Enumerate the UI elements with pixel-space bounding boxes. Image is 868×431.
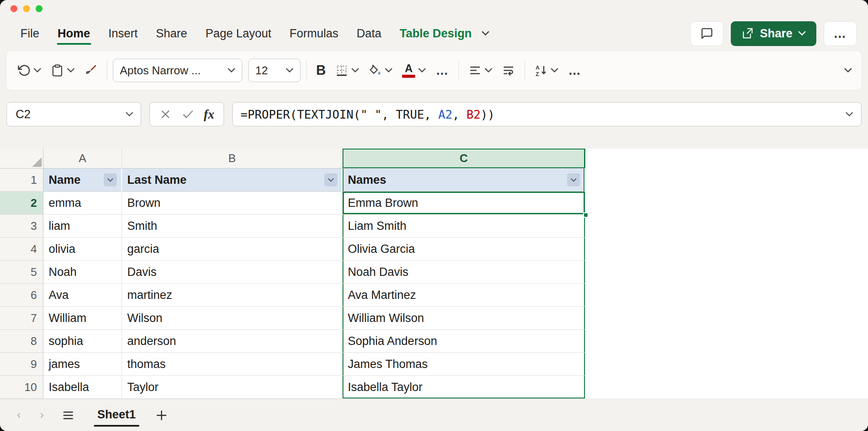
expand-formula-bar-chevron-icon[interactable] (845, 112, 853, 117)
tab-table-design[interactable]: Table Design (390, 22, 481, 46)
fill-color-button[interactable] (365, 60, 396, 80)
cancel-entry-icon[interactable] (159, 108, 172, 121)
active-cell-value: Emma Brown (348, 196, 418, 210)
filter-button[interactable] (104, 173, 117, 186)
tab-insert[interactable]: Insert (99, 22, 147, 46)
cell-b3[interactable]: Smith (122, 215, 343, 238)
share-button[interactable]: Share (731, 21, 816, 46)
tab-formulas[interactable]: Formulas (281, 22, 348, 46)
toolbar-separator (107, 60, 107, 81)
cell-b6[interactable]: martinez (122, 284, 343, 307)
cell-a7[interactable]: William (43, 307, 122, 330)
cell-b2[interactable]: Brown (122, 192, 343, 215)
add-sheet-icon[interactable] (155, 409, 168, 422)
chevron-down-icon (67, 68, 75, 73)
formula-input[interactable]: =PROPER(TEXTJOIN(" ", TRUE, A2, B2)) (232, 102, 861, 126)
column-header-a[interactable]: A (43, 149, 122, 169)
cell-c10[interactable]: Isabella Taylor (343, 376, 585, 399)
svg-text:Z: Z (536, 71, 539, 77)
cell-c5[interactable]: Noah Davis (343, 261, 585, 284)
cell-a4[interactable]: olivia (43, 238, 122, 261)
font-name-select[interactable]: Aptos Narrow ... (113, 59, 242, 82)
chevron-down-icon (551, 68, 558, 73)
sheet-tab-sheet1[interactable]: Sheet1 (94, 404, 139, 427)
bold-button[interactable]: B (312, 59, 330, 82)
font-color-button[interactable]: A (398, 60, 430, 81)
cell-a2[interactable]: emma (43, 192, 122, 215)
undo-button[interactable] (13, 60, 45, 80)
cell-c1[interactable]: Names (343, 169, 585, 192)
filter-button[interactable] (324, 173, 337, 186)
font-size-select[interactable]: 12 (248, 59, 300, 82)
cell-a3[interactable]: liam (43, 215, 122, 238)
row-header-1[interactable]: 1 (0, 169, 43, 192)
paste-button[interactable] (47, 60, 79, 80)
cell-b1[interactable]: Last Name (122, 169, 343, 192)
row-header-6[interactable]: 6 (0, 284, 43, 307)
cell-c8[interactable]: Sophia Anderson (343, 330, 585, 353)
cell-b7[interactable]: Wilson (122, 307, 343, 330)
row-header-10[interactable]: 10 (0, 376, 43, 399)
row-header-9[interactable]: 9 (0, 353, 43, 376)
previous-sheet-chevron-icon[interactable] (15, 413, 23, 418)
more-options-button[interactable]: … (824, 21, 857, 46)
borders-button[interactable] (331, 60, 363, 80)
zoom-window-button[interactable] (36, 5, 43, 12)
row-header-2[interactable]: 2 (0, 192, 43, 215)
row-header-8[interactable]: 8 (0, 330, 43, 353)
minimize-window-button[interactable] (23, 5, 30, 12)
chevron-down-icon (107, 178, 113, 182)
cell-a8[interactable]: sophia (43, 330, 122, 353)
cell-b5[interactable]: Davis (122, 261, 343, 284)
row-header-5[interactable]: 5 (0, 261, 43, 284)
comments-button[interactable] (690, 21, 723, 46)
column-header-b[interactable]: B (122, 149, 343, 169)
cell-a10[interactable]: Isabella (43, 376, 122, 399)
filter-button[interactable] (567, 173, 580, 186)
row-header-3[interactable]: 3 (0, 215, 43, 238)
cell-c4[interactable]: Olivia Garcia (343, 238, 585, 261)
wrap-text-button[interactable] (498, 60, 519, 80)
tab-data[interactable]: Data (347, 22, 390, 46)
select-all-corner[interactable] (0, 149, 43, 169)
cell-a5[interactable]: Noah (43, 261, 122, 284)
tab-page-layout[interactable]: Page Layout (196, 22, 281, 46)
name-box[interactable]: C2 (7, 102, 141, 126)
sheet-tab-bar: Sheet1 (0, 399, 868, 431)
cell-b10[interactable]: Taylor (122, 376, 343, 399)
more-font-options-button[interactable]: … (432, 65, 453, 76)
fill-handle[interactable] (583, 212, 588, 218)
tab-home[interactable]: Home (49, 22, 99, 46)
cell-a1[interactable]: Name (43, 169, 122, 192)
cell-c2-active[interactable]: Emma Brown (343, 192, 585, 215)
cell-a9[interactable]: james (43, 353, 122, 376)
cell-c9[interactable]: James Thomas (343, 353, 585, 376)
cell-grid: A B C 1 Name Last Name Names 2 emma Brow… (0, 149, 868, 399)
column-header-c[interactable]: C (343, 149, 585, 169)
chevron-down-icon[interactable] (482, 31, 489, 36)
collapse-ribbon-chevron-icon[interactable] (844, 68, 852, 73)
close-window-button[interactable] (10, 5, 17, 12)
cell-c6[interactable]: Ava Martinez (343, 284, 585, 307)
cell-c7[interactable]: William Wilson (343, 307, 585, 330)
insert-function-button[interactable]: fx (204, 107, 214, 122)
alignment-button[interactable] (465, 60, 496, 80)
more-commands-button[interactable]: … (564, 65, 585, 76)
next-sheet-chevron-icon[interactable] (38, 413, 46, 418)
chevron-down-icon (228, 68, 235, 73)
tab-file[interactable]: File (11, 22, 49, 46)
cell-a6[interactable]: Ava (43, 284, 122, 307)
cell-c3[interactable]: Liam Smith (343, 215, 585, 238)
cell-b4[interactable]: garcia (122, 238, 343, 261)
tab-share[interactable]: Share (147, 22, 196, 46)
row-header-4[interactable]: 4 (0, 238, 43, 261)
ribbon-tabs: File Home Insert Share Page Layout Formu… (11, 22, 489, 46)
sort-filter-button[interactable]: AZ (531, 60, 562, 80)
cell-b9[interactable]: thomas (122, 353, 343, 376)
empty-grid-area (585, 261, 868, 284)
sheet-list-menu-icon[interactable] (62, 409, 75, 422)
format-painter-button[interactable] (80, 60, 101, 80)
confirm-entry-icon[interactable] (182, 108, 195, 121)
row-header-7[interactable]: 7 (0, 307, 43, 330)
cell-b8[interactable]: anderson (122, 330, 343, 353)
